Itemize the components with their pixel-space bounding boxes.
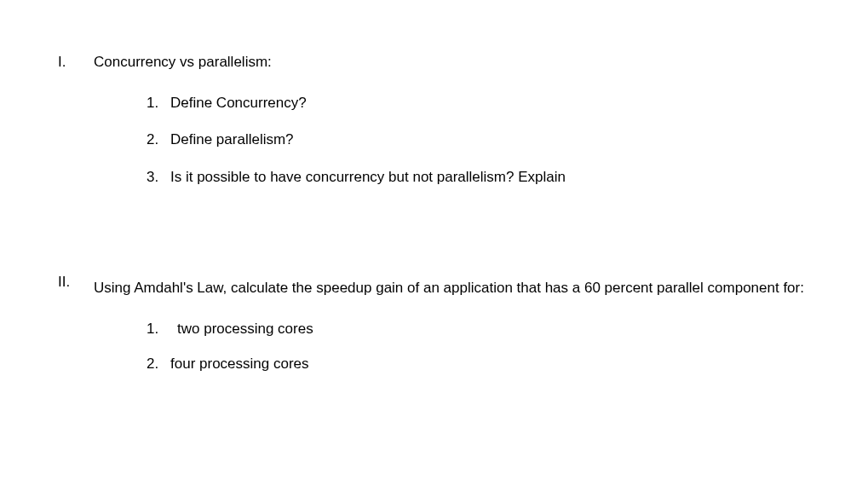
item-text: four processing cores [170,353,825,375]
item-number: 3. [147,166,170,188]
section-content: Concurrency vs parallelism: 1. Define Co… [94,51,825,203]
section-title: Using Amdahl's Law, calculate the speedu… [94,271,825,306]
item-text: Is it possible to have concurrency but n… [170,166,825,188]
sub-list: 1. Define Concurrency? 2. Define paralle… [94,92,825,188]
question-section-1: I. Concurrency vs parallelism: 1. Define… [51,51,825,203]
section-title: Concurrency vs parallelism: [94,51,825,73]
list-item: 3. Is it possible to have concurrency bu… [147,166,825,188]
list-item: 2. four processing cores [147,353,825,375]
sub-list: 1. two processing cores 2. four processi… [94,318,825,375]
section-number: I. [51,51,94,203]
item-number: 2. [147,353,170,375]
section-content: Using Amdahl's Law, calculate the speedu… [94,271,825,389]
item-text: two processing cores [177,318,825,340]
item-text: Define parallelism? [170,129,825,151]
item-text: Define Concurrency? [170,92,825,114]
list-item: 2. Define parallelism? [147,129,825,151]
item-number: 1. [147,92,170,114]
list-item: 1. two processing cores [147,318,825,340]
item-number: 2. [147,129,170,151]
question-section-2: II. Using Amdahl's Law, calculate the sp… [51,271,825,389]
list-item: 1. Define Concurrency? [147,92,825,114]
item-number: 1. [147,318,177,340]
section-number: II. [51,271,94,389]
